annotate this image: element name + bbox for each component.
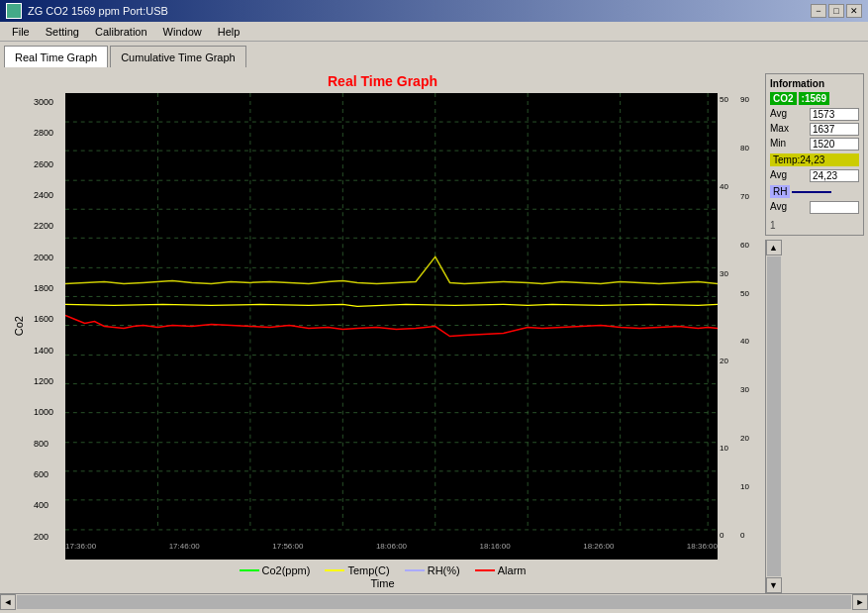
scroll-track-h[interactable] bbox=[17, 595, 851, 609]
avg-rh-row: Avg bbox=[770, 201, 859, 214]
legend-temp-color bbox=[325, 569, 344, 571]
menu-calibration[interactable]: Calibration bbox=[87, 25, 155, 39]
minimize-button[interactable]: − bbox=[811, 4, 826, 18]
avg-temp-input[interactable] bbox=[810, 169, 859, 182]
tab-cumulative[interactable]: Cumulative Time Graph bbox=[110, 46, 246, 67]
menu-setting[interactable]: Setting bbox=[38, 25, 87, 39]
y-axis-left-label: Co2 bbox=[4, 93, 34, 560]
temp-label: Temp:24,23 bbox=[770, 153, 859, 166]
title-bar-text: ZG CO2 1569 ppm Port:USB bbox=[28, 5, 168, 17]
y-axis-left-values: 3000 2800 2600 2400 2200 2000 1800 1600 … bbox=[34, 93, 65, 560]
co2-label: CO2 bbox=[770, 92, 797, 105]
max-co2-row: Max bbox=[770, 123, 859, 136]
legend-alarm: Alarm bbox=[475, 564, 527, 576]
legend-co2: Co2(ppm) bbox=[240, 564, 311, 576]
graph-title: Real Time Graph bbox=[4, 73, 761, 89]
rh-label: RH bbox=[770, 185, 790, 198]
chart-canvas[interactable]: 17:36:00 17:46:00 17:56:00 18:06:00 18:1… bbox=[65, 93, 718, 560]
menu-help[interactable]: Help bbox=[210, 25, 248, 39]
avg-co2-input[interactable] bbox=[810, 108, 859, 121]
min-co2-row: Min bbox=[770, 138, 859, 151]
max-co2-input[interactable] bbox=[810, 123, 859, 136]
min-co2-input[interactable] bbox=[810, 138, 859, 151]
tab-bar: Real Time Graph Cumulative Time Graph bbox=[0, 42, 868, 67]
y-axis-right-1: 50 40 30 20 10 0 bbox=[718, 93, 739, 560]
rh-bar bbox=[792, 191, 831, 193]
menu-file[interactable]: File bbox=[4, 25, 38, 39]
legend-co2-color bbox=[240, 569, 259, 571]
avg-rh-input[interactable] bbox=[810, 201, 859, 214]
tab-realtime[interactable]: Real Time Graph bbox=[4, 46, 108, 67]
legend-alarm-color bbox=[475, 569, 495, 571]
x-axis-title: Time bbox=[4, 577, 761, 589]
avg-co2-row: Avg bbox=[770, 108, 859, 121]
legend-area: Co2(ppm) Temp(C) RH(%) Alarm bbox=[4, 562, 761, 576]
legend-rh: RH(%) bbox=[405, 564, 460, 576]
graph-area: Co2 3000 2800 2600 2400 2200 2000 1800 1… bbox=[4, 93, 761, 560]
horizontal-scrollbar[interactable]: ◄ ► bbox=[0, 593, 868, 609]
right-panel: Information CO2 :1569 Avg Max Min Temp:2… bbox=[765, 67, 868, 593]
menu-window[interactable]: Window bbox=[155, 25, 210, 39]
scroll-track-v[interactable] bbox=[767, 256, 781, 576]
scroll-down-button[interactable]: ▼ bbox=[766, 577, 782, 593]
legend-temp: Temp(C) bbox=[325, 564, 389, 576]
info-title: Information bbox=[770, 78, 859, 89]
vertical-scrollbar[interactable]: ▲ ▼ bbox=[765, 240, 781, 593]
info-extra: 1 bbox=[770, 220, 859, 231]
scroll-left-button[interactable]: ◄ bbox=[0, 594, 16, 610]
y-axis-right-2: 90 80 70 60 50 40 30 20 10 0 bbox=[739, 93, 761, 560]
app-icon bbox=[6, 3, 22, 19]
chart-svg bbox=[65, 93, 718, 560]
menu-bar: File Setting Calibration Window Help bbox=[0, 22, 868, 42]
main-content: Real Time Graph Co2 3000 2800 2600 2400 … bbox=[0, 67, 868, 593]
legend-rh-color bbox=[405, 569, 425, 571]
scroll-up-button[interactable]: ▲ bbox=[766, 240, 782, 255]
maximize-button[interactable]: □ bbox=[828, 4, 844, 18]
close-button[interactable]: ✕ bbox=[846, 4, 862, 18]
avg-temp-row: Avg bbox=[770, 169, 859, 182]
info-panel: Information CO2 :1569 Avg Max Min Temp:2… bbox=[765, 73, 864, 236]
x-axis-labels: 17:36:00 17:46:00 17:56:00 18:06:00 18:1… bbox=[65, 542, 718, 560]
title-bar: ZG CO2 1569 ppm Port:USB − □ ✕ bbox=[0, 0, 868, 22]
graph-panel: Real Time Graph Co2 3000 2800 2600 2400 … bbox=[0, 67, 765, 593]
scroll-right-button[interactable]: ► bbox=[852, 594, 868, 610]
co2-value: :1569 bbox=[799, 92, 830, 105]
